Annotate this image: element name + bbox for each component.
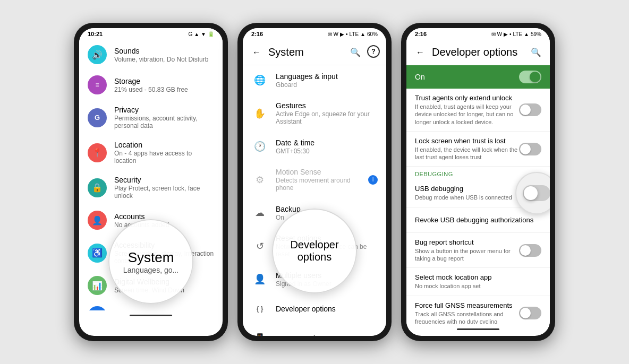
lock-screen-title: Lock screen when trust is lost	[415, 137, 519, 145]
signal-icon-3: ▲	[524, 31, 529, 37]
motionsense-text: Motion Sense Detects movement around pho…	[276, 168, 368, 192]
system-item-motionsense[interactable]: ⚙ Motion Sense Detects movement around p…	[243, 161, 386, 198]
dot-icon: •	[346, 31, 348, 37]
settings-item-storage[interactable]: ≡ Storage 21% used - 50.83 GB free	[79, 70, 223, 100]
privacy-icon: G	[88, 108, 107, 127]
bug-report-toggle-thumb	[520, 245, 531, 256]
location-text: Location On - 4 apps have access to loca…	[114, 141, 214, 164]
gestures-subtitle: Active Edge on, squeeze for your Assista…	[276, 110, 378, 125]
bug-report-title: Bug report shortcut	[415, 238, 519, 246]
settings-item-accessibility[interactable]: ♿ Accessibility Screen readers, display,…	[79, 236, 223, 271]
signal-icon-2: ▲	[360, 31, 366, 37]
trust-agents-toggle[interactable]	[519, 103, 541, 116]
dev-item-usb-debugging[interactable]: USB debugging Debug mode when USB is con…	[406, 179, 550, 207]
datetime-text: Date & time GMT+05:30	[276, 138, 378, 155]
bug-report-toggle[interactable]	[519, 244, 541, 257]
backup-icon: ☁	[251, 204, 268, 221]
dot-icon-3: •	[509, 31, 512, 37]
settings-item-privacy[interactable]: G Privacy Permissions, account activity,…	[79, 100, 223, 135]
system-item-sysupdate[interactable]: 📱 System update	[243, 324, 386, 336]
settings-item-google[interactable]: G Google	[79, 301, 223, 310]
accounts-icon: 👤	[88, 211, 107, 230]
settings-item-security[interactable]: 🔒 Security Play Protect, screen lock, fa…	[79, 170, 223, 205]
sysupdate-text: System update	[276, 334, 378, 336]
security-text: Security Play Protect, screen lock, face…	[114, 176, 214, 200]
dev-on-label: On	[415, 73, 425, 81]
lock-screen-subtitle: If enabled, the device will lock when th…	[415, 146, 519, 161]
lock-screen-text: Lock screen when trust is lost If enable…	[415, 137, 519, 161]
dev-item-bug-report[interactable]: Bug report shortcut Show a button in the…	[406, 233, 550, 268]
msg-icon: ✉	[328, 31, 332, 37]
app-bar-2: ← System 🔍 ?	[243, 40, 386, 65]
time-2: 2:16	[251, 31, 263, 37]
storage-title: Storage	[114, 77, 214, 85]
usb-debugging-toggle[interactable]	[523, 185, 550, 201]
search-button-2[interactable]: 🔍	[348, 45, 363, 60]
force-gnss-text: Force full GNSS measurements Track all G…	[415, 301, 519, 324]
back-button-2[interactable]: ←	[249, 45, 264, 60]
signal-icon: ▲	[194, 31, 199, 37]
home-indicator-1	[130, 315, 172, 316]
app-bar-title-3: Developer options	[432, 46, 529, 58]
privacy-title: Privacy	[114, 106, 214, 114]
system-item-reset[interactable]: ↺ Reset options Network, apps, or device…	[243, 228, 386, 264]
sounds-subtitle: Volume, vibration, Do Not Disturb	[114, 56, 214, 63]
security-icon: 🔒	[88, 178, 107, 197]
dev-options-list: Trust agents only extend unlock If enabl…	[406, 89, 550, 324]
help-button-2[interactable]: ?	[367, 45, 380, 58]
security-subtitle: Play Protect, screen lock, face unlock	[114, 185, 214, 200]
digital-wellbeing-title: Digital Wellbeing	[114, 278, 214, 286]
privacy-text: Privacy Permissions, account activity, p…	[114, 106, 214, 129]
phone-1: 10:21 G ▲ ▼ 🔋 🔊 Sounds Volume, vibration…	[74, 23, 228, 341]
settings-item-location[interactable]: 📍 Location On - 4 apps have access to lo…	[79, 135, 223, 170]
dev-item-mock-location[interactable]: Select mock location app No mock locatio…	[406, 268, 550, 296]
sounds-text: Sounds Volume, vibration, Do Not Disturb	[114, 47, 214, 63]
dev-item-force-gnss[interactable]: Force full GNSS measurements Track all G…	[406, 296, 550, 324]
digital-wellbeing-subtitle: Screen time, Wind Down	[114, 287, 214, 294]
system-item-backup[interactable]: ☁ Backup On	[243, 198, 386, 228]
gestures-icon: ✋	[251, 105, 268, 122]
google-settings-icon: G	[88, 306, 107, 310]
developer-icon: { }	[251, 300, 268, 317]
bottom-bar-3	[406, 324, 550, 334]
whatsapp-icon-3: W	[497, 31, 502, 37]
accounts-title: Accounts	[114, 212, 214, 221]
phone-3: 2:16 ✉ W ▶ • LTE ▲ 59% ← Developer optio…	[401, 23, 555, 341]
status-bar-1: 10:21 G ▲ ▼ 🔋	[79, 28, 223, 40]
settings-item-digital-wellbeing[interactable]: 📊 Digital Wellbeing Screen time, Wind Do…	[79, 271, 223, 301]
digital-wellbeing-icon: 📊	[88, 276, 107, 295]
system-item-gestures[interactable]: ✋ Gestures Active Edge on, squeeze for y…	[243, 95, 386, 132]
dev-item-lock-screen[interactable]: Lock screen when trust is lost If enable…	[406, 132, 550, 167]
settings-item-accounts[interactable]: 👤 Accounts No accounts added	[79, 205, 223, 236]
gestures-title: Gestures	[276, 101, 378, 110]
sounds-icon: 🔊	[88, 45, 107, 64]
force-gnss-toggle[interactable]	[519, 307, 541, 319]
storage-icon: ≡	[88, 75, 107, 94]
accounts-text: Accounts No accounts added	[114, 212, 214, 229]
back-button-3[interactable]: ←	[413, 45, 428, 60]
dev-item-trust-agents[interactable]: Trust agents only extend unlock If enabl…	[406, 89, 550, 132]
multipleusers-text: Multiple users Signed in as Owner	[276, 271, 378, 288]
whatsapp-icon: W	[334, 31, 338, 37]
battery-icon: 🔋	[208, 31, 214, 37]
youtube-icon: ▶	[340, 31, 344, 37]
languages-subtitle: Gboard	[276, 81, 378, 89]
app-bar-title-2: System	[268, 46, 348, 58]
youtube-icon-3: ▶	[504, 31, 508, 37]
developer-main-toggle[interactable]	[519, 71, 541, 83]
backup-subtitle: On	[276, 214, 378, 221]
system-item-multipleusers[interactable]: 👤 Multiple users Signed in as Owner	[243, 264, 386, 294]
search-button-3[interactable]: 🔍	[529, 45, 543, 60]
trust-agents-toggle-thumb	[520, 105, 531, 115]
bug-report-subtitle: Show a button in the power menu for taki…	[415, 247, 519, 263]
settings-item-sounds[interactable]: 🔊 Sounds Volume, vibration, Do Not Distu…	[79, 40, 223, 70]
developer-text: Developer options	[276, 305, 378, 313]
system-item-datetime[interactable]: 🕐 Date & time GMT+05:30	[243, 132, 386, 161]
accessibility-icon: ♿	[88, 244, 107, 263]
system-item-developer[interactable]: { } Developer options	[243, 294, 386, 324]
sysupdate-title: System update	[276, 334, 378, 336]
lock-screen-toggle[interactable]	[519, 143, 541, 155]
system-item-languages[interactable]: 🌐 Languages & input Gboard	[243, 65, 386, 95]
multipleusers-subtitle: Signed in as Owner	[276, 280, 378, 288]
location-title: Location	[114, 141, 214, 149]
